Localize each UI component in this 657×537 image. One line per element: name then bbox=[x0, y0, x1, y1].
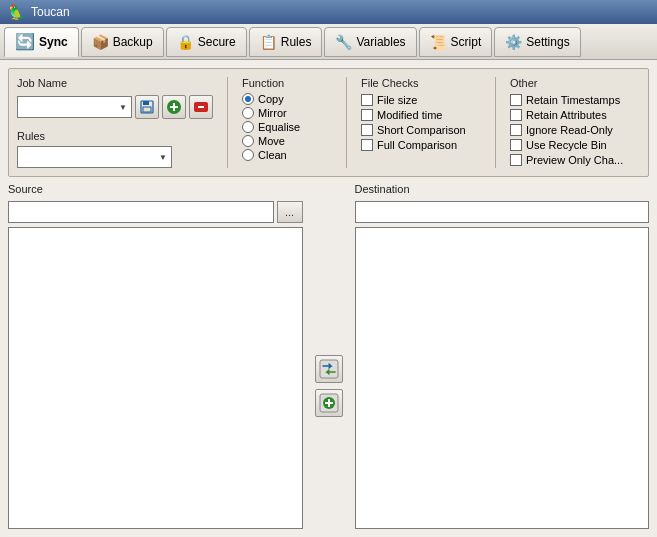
radio-mirror[interactable]: Mirror bbox=[242, 107, 332, 119]
check-filesize[interactable]: File size bbox=[361, 94, 481, 106]
checkbox-shortcomparison[interactable] bbox=[361, 124, 373, 136]
radio-move[interactable]: Move bbox=[242, 135, 332, 147]
svg-rect-2 bbox=[143, 107, 151, 112]
filesize-label: File size bbox=[377, 94, 417, 106]
checkbox-retainattributes[interactable] bbox=[510, 109, 522, 121]
checkbox-retaintimestamps[interactable] bbox=[510, 94, 522, 106]
source-browse-button[interactable]: ... bbox=[277, 201, 303, 223]
radio-clean-circle[interactable] bbox=[242, 149, 254, 161]
function-section: Function Copy Mirror Equalise Move Clean bbox=[242, 77, 332, 168]
sync-tab-icon: 🔄 bbox=[15, 32, 35, 51]
toolbar: 🔄 Sync 📦 Backup 🔒 Secure 📋 Rules 🔧 Varia… bbox=[0, 24, 657, 60]
checkbox-userecyclebin[interactable] bbox=[510, 139, 522, 151]
job-name-label: Job Name bbox=[17, 77, 213, 89]
chevron-down-icon: ▼ bbox=[119, 103, 127, 112]
script-tab-icon: 📜 bbox=[430, 34, 447, 50]
shortcomparison-label: Short Comparison bbox=[377, 124, 466, 136]
check-previewonly[interactable]: Preview Only Cha... bbox=[510, 154, 640, 166]
bottom-section: Source ... bbox=[8, 183, 649, 529]
sync-tab-label: Sync bbox=[39, 35, 68, 49]
check-ignorereadonly[interactable]: Ignore Read-Only bbox=[510, 124, 640, 136]
settings-tab-label: Settings bbox=[526, 35, 569, 49]
middle-controls bbox=[311, 183, 347, 529]
modifiedtime-label: Modified time bbox=[377, 109, 442, 121]
save-icon bbox=[140, 100, 154, 114]
destination-label: Destination bbox=[355, 183, 650, 195]
secure-tab-icon: 🔒 bbox=[177, 34, 194, 50]
source-label: Source bbox=[8, 183, 303, 195]
rules-tab-icon: 📋 bbox=[260, 34, 277, 50]
check-userecyclebin[interactable]: Use Recycle Bin bbox=[510, 139, 640, 151]
svg-rect-1 bbox=[143, 101, 149, 105]
radio-mirror-circle[interactable] bbox=[242, 107, 254, 119]
divider-3 bbox=[495, 77, 496, 168]
backup-tab-icon: 📦 bbox=[92, 34, 109, 50]
add-job-button[interactable] bbox=[162, 95, 186, 119]
tab-sync[interactable]: 🔄 Sync bbox=[4, 27, 79, 57]
job-name-section: Job Name ▼ bbox=[17, 77, 213, 168]
checkbox-ignorereadonly[interactable] bbox=[510, 124, 522, 136]
radio-copy-label: Copy bbox=[258, 93, 284, 105]
radio-move-label: Move bbox=[258, 135, 285, 147]
check-shortcomparison[interactable]: Short Comparison bbox=[361, 124, 481, 136]
sync-arrows-icon bbox=[319, 359, 339, 379]
source-path-input[interactable] bbox=[8, 201, 274, 223]
check-retainattributes[interactable]: Retain Attributes bbox=[510, 109, 640, 121]
job-name-dropdown[interactable]: ▼ bbox=[17, 96, 132, 118]
app-title: Toucan bbox=[31, 5, 70, 19]
checkbox-filesize[interactable] bbox=[361, 94, 373, 106]
sync-right-button[interactable] bbox=[315, 355, 343, 383]
check-modifiedtime[interactable]: Modified time bbox=[361, 109, 481, 121]
rules-subsection: Rules ▼ bbox=[17, 129, 213, 168]
radio-copy[interactable]: Copy bbox=[242, 93, 332, 105]
tab-settings[interactable]: ⚙️ Settings bbox=[494, 27, 580, 57]
add-path-button[interactable] bbox=[315, 389, 343, 417]
retaintimestamps-label: Retain Timestamps bbox=[526, 94, 620, 106]
userecyclebin-label: Use Recycle Bin bbox=[526, 139, 607, 151]
secure-tab-label: Secure bbox=[198, 35, 236, 49]
radio-move-circle[interactable] bbox=[242, 135, 254, 147]
tab-backup[interactable]: 📦 Backup bbox=[81, 27, 164, 57]
tab-secure[interactable]: 🔒 Secure bbox=[166, 27, 247, 57]
check-fullcomparison[interactable]: Full Comparison bbox=[361, 139, 481, 151]
rules-label: Rules bbox=[17, 130, 45, 142]
radio-equalise-label: Equalise bbox=[258, 121, 300, 133]
radio-copy-circle[interactable] bbox=[242, 93, 254, 105]
previewonly-label: Preview Only Cha... bbox=[526, 154, 623, 166]
destination-file-list[interactable] bbox=[355, 227, 650, 529]
browse-icon: ... bbox=[285, 206, 294, 218]
other-section: Other Retain Timestamps Retain Attribute… bbox=[510, 77, 640, 168]
checkbox-fullcomparison[interactable] bbox=[361, 139, 373, 151]
radio-equalise[interactable]: Equalise bbox=[242, 121, 332, 133]
remove-job-button[interactable] bbox=[189, 95, 213, 119]
fullcomparison-label: Full Comparison bbox=[377, 139, 457, 151]
add-icon bbox=[166, 99, 182, 115]
tab-variables[interactable]: 🔧 Variables bbox=[324, 27, 416, 57]
ignorereadonly-label: Ignore Read-Only bbox=[526, 124, 613, 136]
other-label: Other bbox=[510, 77, 640, 89]
radio-equalise-circle[interactable] bbox=[242, 121, 254, 133]
rules-dropdown[interactable]: ▼ bbox=[17, 146, 172, 168]
source-file-list[interactable] bbox=[8, 227, 303, 529]
svg-rect-8 bbox=[320, 360, 338, 378]
source-path-row: ... bbox=[8, 201, 303, 223]
radio-clean[interactable]: Clean bbox=[242, 149, 332, 161]
tab-rules[interactable]: 📋 Rules bbox=[249, 27, 323, 57]
file-checks-label: File Checks bbox=[361, 77, 481, 89]
tab-script[interactable]: 📜 Script bbox=[419, 27, 493, 57]
check-retaintimestamps[interactable]: Retain Timestamps bbox=[510, 94, 640, 106]
checkbox-previewonly[interactable] bbox=[510, 154, 522, 166]
add-path-icon bbox=[319, 393, 339, 413]
radio-clean-label: Clean bbox=[258, 149, 287, 161]
radio-mirror-label: Mirror bbox=[258, 107, 287, 119]
save-button[interactable] bbox=[135, 95, 159, 119]
remove-icon bbox=[193, 100, 209, 114]
title-bar: 🦜 Toucan bbox=[0, 0, 657, 24]
destination-section: Destination bbox=[355, 183, 650, 529]
checkbox-modifiedtime[interactable] bbox=[361, 109, 373, 121]
script-tab-label: Script bbox=[451, 35, 482, 49]
source-section: Source ... bbox=[8, 183, 303, 529]
destination-path-input[interactable] bbox=[355, 201, 650, 223]
content-area: Job Name ▼ bbox=[0, 60, 657, 537]
retainattributes-label: Retain Attributes bbox=[526, 109, 607, 121]
